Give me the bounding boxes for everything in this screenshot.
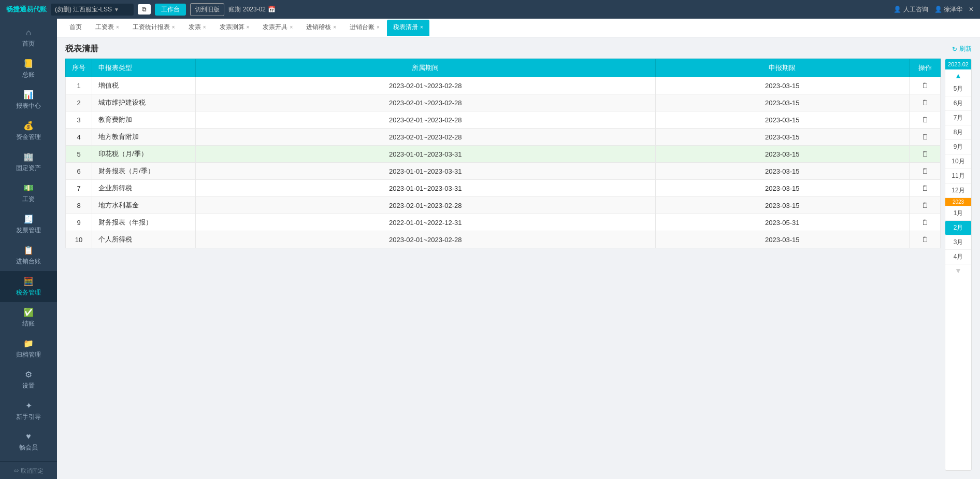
detail-icon[interactable]: 🗒 [921,81,929,90]
tab-close-icon[interactable]: × [333,24,336,30]
cell-action[interactable]: 🗒 [910,77,941,94]
detail-icon[interactable]: 🗒 [921,150,929,158]
workspace-button[interactable]: 工作台 [155,4,186,16]
refresh-button[interactable]: ↻ 刷新 [952,45,972,53]
closing-icon: ✅ [23,307,34,317]
detail-icon[interactable]: 🗒 [921,235,929,244]
calendar-month-2-active[interactable]: 2月 [945,221,971,235]
funds-icon: 💰 [23,121,34,131]
calendar-month-8[interactable]: 8月 [945,125,971,140]
sidebar-item-settings[interactable]: ⚙ 设置 [0,364,57,396]
cell-period: 2022-01-01~2022-12-31 [196,214,656,231]
calendar-month-3[interactable]: 3月 [945,235,971,250]
tab-tax-return[interactable]: 税表清册 × [387,20,429,36]
cell-period: 2023-02-01~2023-02-28 [196,77,656,94]
calendar-month-7[interactable]: 7月 [945,111,971,125]
tab-salary-table[interactable]: 工资表 × [89,20,125,36]
sidebar-item-closing[interactable]: ✅ 结账 [0,302,57,333]
sidebar-item-salary[interactable]: 💵 工资 [0,178,57,209]
settings-icon: ⚙ [25,370,32,379]
tab-home[interactable]: 首页 [63,20,88,36]
tab-close-icon[interactable]: × [377,24,380,30]
calendar-month-12[interactable]: 12月 [945,184,971,198]
detail-icon[interactable]: 🗒 [921,116,929,124]
tab-close-icon[interactable]: × [116,24,119,30]
tab-close-icon[interactable]: × [172,24,175,30]
calendar-month-9[interactable]: 9月 [945,140,971,154]
calendar-month-11[interactable]: 11月 [945,169,971,184]
calendar-icon[interactable]: 📅 [268,6,276,13]
cell-deadline: 2023-03-15 [655,94,909,111]
tab-purchase-check[interactable]: 进销稽核 × [300,20,342,36]
cell-type: 企业所得税 [92,180,196,197]
sidebar-item-member[interactable]: ♥ 畅会员 [0,427,57,457]
cell-deadline: 2023-03-15 [655,146,909,163]
cell-action[interactable]: 🗒 [910,214,941,231]
cell-action[interactable]: 🗒 [910,111,941,129]
calendar-up-button[interactable]: ▲ [945,69,971,82]
cell-period: 2023-01-01~2023-03-31 [196,146,656,163]
unpin-button[interactable]: ⇔ 取消固定 [0,461,57,479]
cell-period: 2023-01-01~2023-03-31 [196,163,656,180]
tab-close-icon[interactable]: × [420,24,423,30]
app-logo: 畅捷通易代账 [6,5,47,14]
table-row: 4 地方教育附加 2023-02-01~2023-02-28 2023-03-1… [66,129,941,146]
table-row: 9 财务报表（年报） 2022-01-01~2022-12-31 2023-05… [66,214,941,231]
tab-close-icon[interactable]: × [203,24,206,30]
sidebar-item-funds[interactable]: 💰 资金管理 [0,116,57,147]
sidebar-item-ledger[interactable]: 📒 总账 [0,53,57,84]
cell-action[interactable]: 🗒 [910,231,941,248]
salary-icon: 💵 [23,183,34,193]
detail-icon[interactable]: 🗒 [921,218,929,227]
sidebar-item-purchase-ledger[interactable]: 📋 进销台账 [0,240,57,271]
sidebar-item-label: 进销台账 [16,257,41,266]
human-service-btn[interactable]: 👤 人工咨询 [893,5,928,14]
tab-salary-stats[interactable]: 工资统计报表 × [126,20,181,36]
tab-invoice-calc[interactable]: 发票测算 × [213,20,256,36]
copy-icon-btn[interactable]: ⧉ [138,4,151,15]
assets-icon: 🏢 [23,152,34,162]
sidebar-item-guide[interactable]: ✦ 新手引导 [0,396,57,427]
calendar-month-4[interactable]: 4月 [945,250,971,264]
tab-invoice-open[interactable]: 发票开具 × [256,20,299,36]
cell-action[interactable]: 🗒 [910,180,941,197]
user-avatar[interactable]: 👤 徐泽华 [934,5,962,14]
calendar-month-5[interactable]: 5月 [945,82,971,96]
cell-deadline: 2023-03-15 [655,180,909,197]
calendar-month-10[interactable]: 10月 [945,154,971,169]
ledger-icon: 📒 [23,59,34,68]
tab-invoice[interactable]: 发票 × [182,20,212,36]
close-window-icon[interactable]: ✕ [969,6,974,13]
tab-close-icon[interactable]: × [290,24,293,30]
sidebar: ⌂ 首页 📒 总账 📊 报表中心 💰 资金管理 🏢 固定资产 💵 工资 🧾 发票… [0,19,57,479]
cell-deadline: 2023-03-15 [655,197,909,214]
sidebar-item-tax[interactable]: 🧮 税务管理 [0,271,57,302]
sidebar-item-home[interactable]: ⌂ 首页 [0,23,57,53]
tax-icon: 🧮 [23,276,34,286]
cell-action[interactable]: 🗒 [910,94,941,111]
calendar-month-1[interactable]: 1月 [945,206,971,221]
detail-icon[interactable]: 🗒 [921,167,929,175]
tab-purchase-ledger[interactable]: 进销台账 × [343,20,386,36]
cell-action[interactable]: 🗒 [910,129,941,146]
detail-icon[interactable]: 🗒 [921,201,929,209]
detail-icon[interactable]: 🗒 [921,133,929,141]
sidebar-item-invoice-mgmt[interactable]: 🧾 发票管理 [0,209,57,240]
table-row: 6 财务报表（月/季） 2023-01-01~2023-03-31 2023-0… [66,163,941,180]
sidebar-item-archive[interactable]: 📁 归档管理 [0,333,57,364]
sidebar-item-assets[interactable]: 🏢 固定资产 [0,147,57,178]
company-selector[interactable]: (勿删) 江西服宝-LSS ▼ [51,4,134,16]
sidebar-item-report[interactable]: 📊 报表中心 [0,84,57,116]
switch-old-button[interactable]: 切到旧版 [190,3,224,16]
cell-action[interactable]: 🗒 [910,163,941,180]
detail-icon[interactable]: 🗒 [921,184,929,192]
calendar-down-button[interactable]: ▼ [945,264,971,277]
cell-action[interactable]: 🗒 [910,146,941,163]
tab-close-icon[interactable]: × [247,24,250,30]
calendar-year-badge: 2023 [945,198,971,206]
period-value: 2023-02 [243,6,266,13]
detail-icon[interactable]: 🗒 [921,98,929,107]
cell-action[interactable]: 🗒 [910,197,941,214]
calendar-month-6[interactable]: 6月 [945,96,971,111]
cell-type: 地方教育附加 [92,129,196,146]
